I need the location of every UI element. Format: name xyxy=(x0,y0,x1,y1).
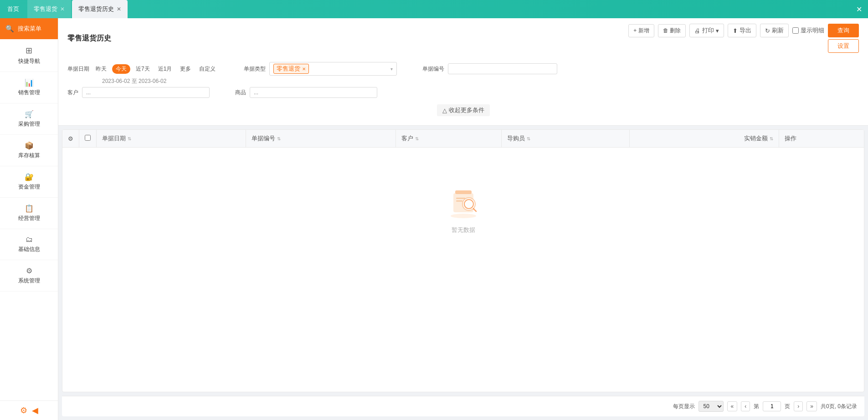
export-text: 导出 xyxy=(740,26,751,35)
sidebar-item-inventory[interactable]: 📦 库存核算 xyxy=(0,135,58,166)
date-btn-1month[interactable]: 近1月 xyxy=(155,64,175,74)
sidebar-item-quick-nav[interactable]: ⊞ 快捷导航 xyxy=(0,39,58,72)
sidebar-search[interactable]: 🔍 搜索菜单 xyxy=(0,18,58,39)
filter-row-2: 客户 商品 xyxy=(67,87,859,98)
th-gear[interactable]: ⚙ xyxy=(62,130,79,148)
doc-type-tag-close[interactable]: ✕ xyxy=(302,67,306,72)
refresh-icon: ↻ xyxy=(765,27,770,34)
tab-home[interactable]: 首页 xyxy=(0,0,26,18)
sidebar-item-finance-label: 资金管理 xyxy=(18,183,40,191)
doc-number-input[interactable] xyxy=(448,63,557,74)
doc-type-select[interactable]: 零售退货 ✕ ▾ xyxy=(269,62,397,76)
sidebar-bottom: ⚙ ◀ xyxy=(0,400,58,420)
pagination-bar: 每页显示 10 20 50 100 « ‹ 第 页 › » 共0页, 0条记录 xyxy=(62,396,864,416)
show-detail-text: 显示明细 xyxy=(801,26,824,35)
doc-type-filter-label: 单据类型 xyxy=(244,65,266,73)
per-page-select[interactable]: 10 20 50 100 xyxy=(699,401,724,412)
quick-nav-icon: ⊞ xyxy=(26,46,32,56)
sidebar-item-finance[interactable]: 🔐 资金管理 xyxy=(0,166,58,198)
date-btn-yesterday[interactable]: 昨天 xyxy=(93,64,109,74)
doc-type-filter-item: 单据类型 零售退货 ✕ ▾ xyxy=(244,62,397,76)
tab-retail-return[interactable]: 零售退货 ✕ xyxy=(27,0,71,18)
th-doc-number[interactable]: 单据编号 ⇅ xyxy=(246,130,395,148)
gear-icon[interactable]: ⚙ xyxy=(68,135,73,142)
th-customer[interactable]: 客户 ⇅ xyxy=(395,130,501,148)
th-doc-number-label: 单据编号 xyxy=(252,134,275,143)
sidebar-item-operations-label: 经营管理 xyxy=(18,215,40,222)
svg-rect-6 xyxy=(456,198,465,199)
date-filter-options: 昨天 今天 近7天 近1月 更多 自定义 xyxy=(93,64,218,74)
sidebar-settings-icon[interactable]: ⚙ xyxy=(20,405,27,415)
th-doc-date[interactable]: 单据日期 ⇅ xyxy=(97,130,246,148)
page-title-row: 零售退货历史 + 新增 🗑 删除 🖨 🖨 打印 打印 ▾ ⬆ xyxy=(67,24,859,53)
show-detail-label[interactable]: 显示明细 xyxy=(792,26,824,35)
new-button[interactable]: + 新增 xyxy=(628,24,654,37)
last-page-button[interactable]: » xyxy=(806,401,817,411)
data-table: ⚙ 单据日期 ⇅ 单据编号 xyxy=(62,130,864,271)
customer-filter-label: 客户 xyxy=(67,89,78,97)
next-page-button[interactable]: › xyxy=(794,401,803,411)
settings-button[interactable]: 设置 xyxy=(828,39,859,53)
date-range-display: 2023-06-02 至 2023-06-02 xyxy=(102,77,166,85)
prev-page-button[interactable]: ‹ xyxy=(741,401,750,411)
tab-list: 首页 零售退货 ✕ 零售退货历史 ✕ xyxy=(0,0,850,18)
goods-filter-item: 商品 xyxy=(235,87,377,98)
th-actions: 操作 xyxy=(779,130,864,148)
th-checkbox[interactable] xyxy=(79,130,97,148)
sidebar-item-sales-mgmt[interactable]: 📊 销售管理 xyxy=(0,72,58,103)
collapse-button[interactable]: △ 收起更多条件 xyxy=(437,104,490,116)
show-detail-checkbox[interactable] xyxy=(792,27,799,34)
total-info: 共0页, 0条记录 xyxy=(821,403,857,410)
date-btn-custom[interactable]: 自定义 xyxy=(196,64,218,74)
tab-retail-return-close[interactable]: ✕ xyxy=(60,6,65,12)
date-btn-more[interactable]: 更多 xyxy=(177,64,194,74)
date-filter-item: 单据日期 昨天 今天 近7天 近1月 更多 自定义 xyxy=(67,64,218,74)
th-amount-label: 实销金额 xyxy=(744,134,768,143)
sidebar-item-purchase-mgmt[interactable]: 🛒 采购管理 xyxy=(0,103,58,135)
query-button[interactable]: 查询 xyxy=(828,24,859,37)
print-text: 打印 xyxy=(702,26,714,35)
filter-area: 单据日期 昨天 今天 近7天 近1月 更多 自定义 单据类型 xyxy=(67,57,859,125)
tab-home-label: 首页 xyxy=(7,5,19,13)
doc-number-filter-label: 单据编号 xyxy=(422,65,444,73)
svg-line-5 xyxy=(473,209,476,211)
sort-icon-customer: ⇅ xyxy=(415,136,419,141)
close-window-button[interactable]: ✕ xyxy=(850,0,868,18)
sidebar-item-basic-info[interactable]: 🗂 基础信息 xyxy=(0,229,58,260)
sort-icon-guide: ⇅ xyxy=(527,136,530,141)
customer-input[interactable] xyxy=(82,87,210,98)
svg-rect-2 xyxy=(455,190,472,194)
refresh-text: 刷新 xyxy=(772,26,784,35)
filter-row-1: 单据日期 昨天 今天 近7天 近1月 更多 自定义 单据类型 xyxy=(67,62,859,76)
refresh-button[interactable]: ↻ 刷新 xyxy=(760,24,789,37)
th-guide[interactable]: 导购员 ⇅ xyxy=(502,130,629,148)
purchase-icon: 🛒 xyxy=(25,110,34,118)
goods-input[interactable] xyxy=(250,87,377,98)
tab-retail-return-history-close[interactable]: ✕ xyxy=(117,6,121,12)
page-number-input[interactable] xyxy=(763,401,781,411)
doc-type-tag: 零售退货 ✕ xyxy=(273,64,309,74)
print-icon: 🖨 xyxy=(694,27,700,34)
select-all-checkbox[interactable] xyxy=(85,135,91,141)
print-button[interactable]: 🖨 🖨 打印 打印 ▾ xyxy=(689,24,724,37)
tab-retail-return-history[interactable]: 零售退货历史 ✕ xyxy=(72,0,128,18)
filter-row-date-range: 2023-06-02 至 2023-06-02 xyxy=(67,77,859,85)
date-btn-7days[interactable]: 近7天 xyxy=(133,64,153,74)
sidebar-collapse-icon[interactable]: ◀ xyxy=(32,405,38,415)
empty-state: 暂无数据 xyxy=(62,148,864,271)
sidebar-item-operations[interactable]: 📋 经营管理 xyxy=(0,198,58,229)
export-button[interactable]: ⬆ 导出 xyxy=(728,24,756,37)
svg-rect-7 xyxy=(456,200,462,202)
per-page-label: 每页显示 xyxy=(673,403,695,410)
sort-icon-amount: ⇅ xyxy=(770,136,773,141)
doc-type-arrow: ▾ xyxy=(390,67,393,72)
finance-icon: 🔐 xyxy=(25,173,34,181)
date-btn-today[interactable]: 今天 xyxy=(112,64,130,74)
sales-icon: 📊 xyxy=(25,78,34,87)
delete-button[interactable]: 🗑 删除 xyxy=(658,24,686,37)
tab-retail-return-label: 零售退货 xyxy=(34,5,57,13)
first-page-button[interactable]: « xyxy=(727,401,738,411)
th-amount[interactable]: 实销金额 ⇅ xyxy=(629,130,779,148)
sidebar-item-system-mgmt[interactable]: ⚙ 系统管理 xyxy=(0,260,58,292)
page-word: 第 xyxy=(754,403,759,410)
